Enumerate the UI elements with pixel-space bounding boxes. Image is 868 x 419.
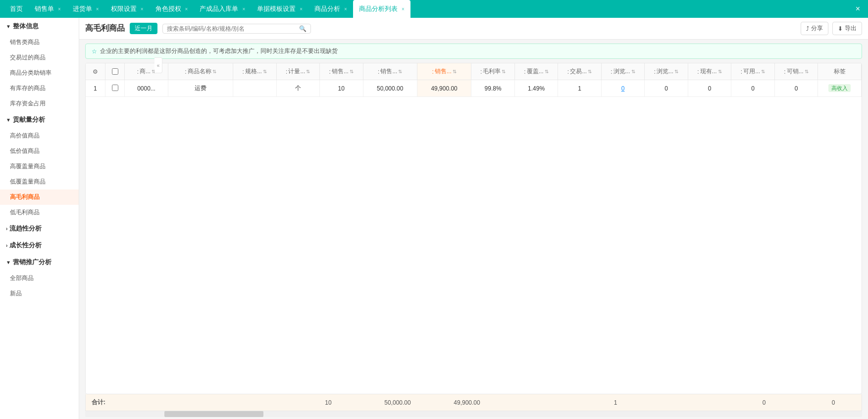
sidebar-item-low-coverage[interactable]: 低覆盖量商品 (0, 174, 79, 189)
info-icon: ☆ (92, 48, 97, 55)
sort-icon-trade[interactable]: ⇅ (588, 69, 592, 74)
cell-checkbox[interactable] (105, 80, 124, 97)
nav-product-inbound[interactable]: 产成品入库单 × (194, 0, 251, 18)
sidebar-item-high-coverage[interactable]: 高覆盖量商品 (0, 159, 79, 174)
horizontal-scrollbar[interactable] (85, 411, 862, 417)
col-name[interactable]: : 商品名称 ⇅ (168, 63, 233, 80)
nav-home[interactable]: 首页 (4, 0, 29, 18)
close-product-inbound[interactable]: × (242, 6, 245, 12)
search-icon[interactable]: 🔍 (299, 25, 306, 32)
cell-tag: 高收入 (818, 80, 862, 97)
sidebar-group-trend[interactable]: › 流趋性分析 (0, 220, 79, 237)
col-trade[interactable]: : 交易... ⇅ (558, 63, 602, 80)
scroll-thumb[interactable] (164, 411, 263, 417)
sidebar-group-growth[interactable]: › 成长性分析 (0, 237, 79, 254)
sort-icon-sales-amount[interactable]: ⇅ (398, 69, 402, 74)
data-table: ⚙ : 商... ⇅ (86, 63, 862, 97)
sort-icon-current-stock[interactable]: ⇅ (718, 69, 722, 74)
sidebar-collapse-btn[interactable]: « (154, 57, 162, 73)
col-spec[interactable]: : 规格... ⇅ (233, 63, 277, 80)
select-all-checkbox[interactable] (112, 68, 118, 75)
table-footer: 合计: 10 50,000.00 49,900.00 1 0 0 (85, 394, 862, 411)
col-coverage[interactable]: : 覆盖... ⇅ (514, 63, 558, 80)
col-sales-amount[interactable]: : 销售... ⇅ (363, 63, 417, 80)
filter-recent-month-btn[interactable]: 近一月 (130, 23, 157, 34)
main-layout: ▼ 整体信息 销售类商品 交易过的商品 商品分类助销率 有库存的商品 库存资金占… (0, 18, 868, 419)
sidebar-item-in-stock-goods[interactable]: 有库存的商品 (0, 81, 79, 96)
nav-product-analysis[interactable]: 商品分析 × (308, 0, 353, 18)
sidebar-item-high-value[interactable]: 高价值商品 (0, 128, 79, 143)
table-header-row: ⚙ : 商... ⇅ (86, 63, 862, 80)
sidebar-item-low-margin[interactable]: 低毛利商品 (0, 205, 79, 220)
content-wrapper: 高毛利商品 近一月 🔍 ⤴ 分享 ⬇ 导出 ☆ 企业的主要的利润都是这部分商品创… (79, 18, 868, 419)
sidebar-item-new-products[interactable]: 新品 (0, 286, 79, 301)
share-btn[interactable]: ⤴ 分享 (801, 22, 828, 35)
collapse-arrow-overall: ▼ (6, 24, 11, 29)
cell-sales-amount: 50,000.00 (363, 80, 417, 97)
sort-icon-unit[interactable]: ⇅ (306, 69, 310, 74)
nav-product-analysis-list[interactable]: 商品分析列表 × (353, 0, 410, 18)
cell-coverage: 1.49% (514, 80, 558, 97)
col-sales-profit[interactable]: : 销售... ⇅ (417, 63, 471, 80)
sort-icon-gross-margin[interactable]: ⇅ (502, 69, 506, 74)
sort-icon-coverage[interactable]: ⇅ (545, 69, 549, 74)
sidebar-item-category-sales-rate[interactable]: 商品分类助销率 (0, 65, 79, 81)
sort-icon-sellable[interactable]: ⇅ (805, 69, 809, 74)
sidebar-item-low-value[interactable]: 低价值商品 (0, 143, 79, 159)
sidebar-item-high-margin[interactable]: 高毛利商品 (0, 189, 79, 205)
sort-icon-spec[interactable]: ⇅ (263, 69, 267, 74)
export-btn[interactable]: ⬇ 导出 (832, 22, 862, 35)
col-unit[interactable]: : 计量... ⇅ (276, 63, 320, 80)
col-gross-margin[interactable]: : 毛利率 ⇅ (471, 63, 515, 80)
close-purchase-order[interactable]: × (96, 6, 99, 12)
col-browse1[interactable]: : 浏览... ⇅ (601, 63, 645, 80)
footer-sales-profit: 49,900.00 (447, 399, 487, 406)
sort-icon-name[interactable]: ⇅ (212, 69, 216, 74)
search-box: 🔍 (162, 24, 311, 34)
sort-icon-sales-qty[interactable]: ⇅ (350, 69, 354, 74)
col-current-stock[interactable]: : 现有... ⇅ (688, 63, 731, 80)
row-checkbox[interactable] (112, 85, 118, 91)
sidebar-item-all-goods[interactable]: 全部商品 (0, 271, 79, 286)
search-input[interactable] (167, 25, 297, 32)
sort-icon-sales-profit[interactable]: ⇅ (453, 69, 457, 74)
col-available[interactable]: : 可用... ⇅ (731, 63, 775, 80)
nav-template-settings[interactable]: 单据模板设置 × (251, 0, 308, 18)
nav-sales-order[interactable]: 销售单 × (29, 0, 67, 18)
close-sales-order[interactable]: × (58, 6, 61, 12)
content-header: 高毛利商品 近一月 🔍 ⤴ 分享 ⬇ 导出 (79, 18, 868, 40)
sidebar-item-sales-goods[interactable]: 销售类商品 (0, 35, 79, 50)
cell-index: 1 (86, 80, 105, 97)
col-tag[interactable]: 标签 (818, 63, 862, 80)
cell-spec (233, 80, 277, 97)
sort-icon-available[interactable]: ⇅ (761, 69, 765, 74)
settings-icon[interactable]: ⚙ (93, 68, 98, 75)
close-product-analysis-list[interactable]: × (402, 6, 405, 12)
cell-available: 0 (731, 80, 775, 97)
sidebar-item-stock-capital[interactable]: 库存资金占用 (0, 96, 79, 111)
nav-role-auth[interactable]: 角色授权 × (150, 0, 194, 18)
close-template-settings[interactable]: × (300, 6, 303, 12)
close-product-analysis[interactable]: × (344, 6, 347, 12)
close-all-tabs[interactable]: × (852, 4, 864, 13)
col-browse2[interactable]: : 浏览... ⇅ (645, 63, 688, 80)
cell-browse1[interactable]: 0 (601, 80, 645, 97)
nav-purchase-order[interactable]: 进货单 × (67, 0, 105, 18)
cell-sellable: 0 (774, 80, 818, 97)
close-permission-settings[interactable]: × (141, 6, 144, 12)
cell-unit: 个 (276, 80, 320, 97)
col-sellable[interactable]: : 可销... ⇅ (774, 63, 818, 80)
sidebar-group-overall[interactable]: ▼ 整体信息 (0, 18, 79, 35)
cell-browse2: 0 (645, 80, 688, 97)
col-sales-qty[interactable]: : 销售... ⇅ (320, 63, 363, 80)
col-checkbox[interactable] (105, 63, 124, 80)
sort-icon-browse2[interactable]: ⇅ (674, 69, 678, 74)
sidebar-group-marketing[interactable]: ▼ 营销推广分析 (0, 254, 79, 271)
sort-icon-browse1[interactable]: ⇅ (631, 69, 635, 74)
sidebar-group-contribution[interactable]: ▼ 贡献量分析 (0, 111, 79, 128)
sidebar-item-traded-goods[interactable]: 交易过的商品 (0, 50, 79, 65)
share-icon: ⤴ (806, 25, 809, 32)
close-role-auth[interactable]: × (185, 6, 188, 12)
nav-permission-settings[interactable]: 权限设置 × (105, 0, 150, 18)
col-settings[interactable]: ⚙ (86, 63, 105, 80)
